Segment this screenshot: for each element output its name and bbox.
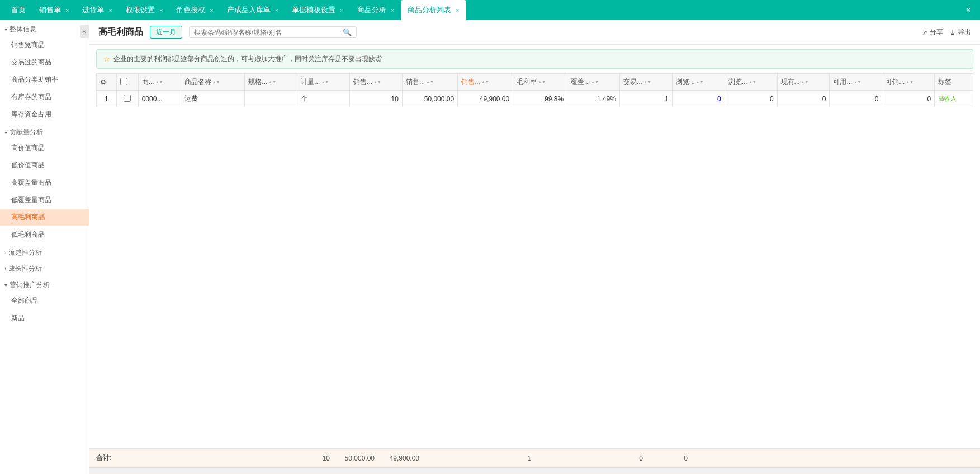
nav-product-analysis[interactable]: 商品分析 ×	[351, 0, 401, 20]
footer-browse1	[537, 454, 570, 462]
sidebar-item-low-coverage[interactable]: 低覆盖量商品	[0, 191, 89, 209]
group-arrow-trend: ›	[4, 250, 6, 256]
footer-transaction: 1	[492, 454, 537, 462]
footer-current: 0	[604, 454, 648, 462]
close-template-settings[interactable]: ×	[340, 7, 343, 13]
content-header: 高毛利商品 近一月 🔍 ↗ 分享 ⤓ 导出	[89, 20, 980, 45]
col-browse2[interactable]: 浏览...▲▼	[725, 74, 777, 91]
export-icon: ⤓	[950, 29, 955, 36]
sidebar-group-overall[interactable]: ▾ 整体信息	[0, 20, 89, 36]
share-button[interactable]: ↗ 分享	[922, 27, 943, 37]
cell-checkbox[interactable]	[116, 91, 138, 107]
nav-product-inbound[interactable]: 产成品入库单 ×	[220, 0, 285, 20]
nav-template-settings[interactable]: 单据模板设置 ×	[285, 0, 350, 20]
search-icon[interactable]: 🔍	[343, 28, 352, 36]
export-button[interactable]: ⤓ 导出	[950, 27, 971, 37]
close-purchase-order[interactable]: ×	[108, 7, 112, 13]
col-checkbox[interactable]	[116, 74, 138, 91]
cell-saleable: 0	[882, 91, 935, 107]
sidebar-item-low-value[interactable]: 低价值商品	[0, 157, 89, 174]
col-name[interactable]: 商品名称▲▼	[181, 74, 245, 91]
footer-sales-amount: 50,000.00	[335, 454, 380, 462]
search-input[interactable]	[194, 29, 340, 36]
sidebar-group-marketing[interactable]: ▾ 营销推广分析	[0, 276, 89, 292]
horizontal-scrollbar[interactable]	[89, 467, 980, 474]
close-product-analysis[interactable]: ×	[391, 7, 394, 13]
sidebar-item-traded-goods[interactable]: 交易过的商品	[0, 54, 89, 71]
sidebar-group-trend[interactable]: › 流趋性分析	[0, 243, 89, 260]
sidebar-collapse-button[interactable]: «	[80, 25, 89, 38]
tag-label: 高收入	[938, 95, 957, 102]
page-title: 高毛利商品	[98, 26, 143, 38]
content-area: 高毛利商品 近一月 🔍 ↗ 分享 ⤓ 导出 ☆ 企业的主要的利润都是这部分商品创…	[89, 20, 980, 474]
col-current[interactable]: 现有...▲▼	[777, 74, 830, 91]
sidebar-item-new-goods[interactable]: 新品	[0, 309, 89, 327]
close-product-inbound[interactable]: ×	[275, 7, 278, 13]
col-transaction[interactable]: 交易...▲▼	[619, 74, 672, 91]
cell-name: 运费	[181, 91, 245, 107]
sidebar-item-low-margin[interactable]: 低毛利商品	[0, 226, 89, 243]
col-coverage[interactable]: 覆盖...▲▼	[567, 74, 620, 91]
cell-coverage: 1.49%	[567, 91, 620, 107]
search-box: 🔍	[189, 26, 357, 38]
table-header-row: ⚙ 商...▲▼ 商品名称▲▼ 规格...▲▼ 计量...▲▼ 销售...▲▼ …	[97, 74, 973, 91]
col-sales-cost[interactable]: 销售...▲▼	[458, 74, 513, 91]
share-icon: ↗	[922, 29, 927, 36]
sidebar-item-high-margin[interactable]: 高毛利商品	[0, 209, 89, 226]
footer-sales-cost: 49,900.00	[380, 454, 425, 462]
sidebar-group-growth[interactable]: › 成长性分析	[0, 260, 89, 276]
col-unit[interactable]: 计量...▲▼	[297, 74, 350, 91]
sidebar-group-contribution[interactable]: ▾ 贡献量分析	[0, 123, 89, 139]
cell-tag: 高收入	[935, 91, 973, 107]
sidebar-item-sales-overview[interactable]: 销售览商品	[0, 36, 89, 54]
select-all-checkbox[interactable]	[120, 78, 127, 85]
col-sales-amount[interactable]: 销售...▲▼	[402, 74, 457, 91]
col-settings[interactable]: ⚙	[97, 74, 117, 91]
nav-purchase-order[interactable]: 进货单 ×	[75, 0, 119, 20]
info-bar: ☆ 企业的主要的利润都是这部分商品创造的，可考虑加大推广，同时关注库存是不要出现…	[96, 49, 973, 69]
nav-sales-order[interactable]: 销售单 ×	[32, 0, 75, 20]
nav-right-area: ×	[962, 5, 976, 15]
filter-recent-month-button[interactable]: 近一月	[150, 26, 182, 39]
col-available[interactable]: 可用...▲▼	[830, 74, 882, 91]
main-layout: « ▾ 整体信息 销售览商品 交易过的商品 商品分类助销率 有库存的商品 库存资…	[0, 20, 980, 474]
sidebar-item-stock-capital[interactable]: 库存资金占用	[0, 106, 89, 123]
close-permissions[interactable]: ×	[159, 7, 163, 13]
group-arrow-marketing: ▾	[4, 282, 7, 288]
info-icon: ☆	[103, 55, 110, 63]
cell-gross-margin: 99.8%	[513, 91, 567, 107]
close-roles[interactable]: ×	[210, 7, 213, 13]
col-saleable[interactable]: 可销...▲▼	[882, 74, 935, 91]
cell-sales-cost: 49,900.00	[458, 91, 513, 107]
group-arrow-overall: ▾	[4, 26, 7, 32]
nav-home[interactable]: 首页	[4, 0, 32, 20]
cell-sales-amount: 50,000.00	[402, 91, 457, 107]
cell-browse1[interactable]: 0	[672, 91, 725, 107]
sidebar-item-high-value[interactable]: 高价值商品	[0, 139, 89, 157]
sidebar-item-high-coverage[interactable]: 高覆盖量商品	[0, 174, 89, 191]
col-tag[interactable]: 标签	[935, 74, 973, 91]
footer-coverage	[458, 454, 492, 462]
col-browse1[interactable]: 浏览...▲▼	[672, 74, 725, 91]
table-container[interactable]: ⚙ 商...▲▼ 商品名称▲▼ 规格...▲▼ 计量...▲▼ 销售...▲▼ …	[89, 73, 980, 448]
cell-current: 0	[777, 91, 830, 107]
col-code[interactable]: 商...▲▼	[138, 74, 181, 91]
col-gross-margin[interactable]: 毛利率▲▼	[513, 74, 567, 91]
cell-unit: 个	[297, 91, 350, 107]
col-spec[interactable]: 规格...▲▼	[245, 74, 297, 91]
row-checkbox[interactable]	[124, 95, 131, 102]
table-footer: 合计: 10 50,000.00 49,900.00 1 0 0	[89, 448, 980, 467]
sidebar-item-all-goods[interactable]: 全部商品	[0, 292, 89, 309]
nav-product-analysis-list[interactable]: 商品分析列表 ×	[401, 0, 466, 20]
col-sales-qty[interactable]: 销售...▲▼	[350, 74, 403, 91]
nav-roles[interactable]: 角色授权 ×	[169, 0, 220, 20]
table-row: 1 0000... 运费 个 10 50,000.00 49,900.00 99…	[97, 91, 973, 107]
close-sales-order[interactable]: ×	[65, 7, 69, 13]
close-product-analysis-list[interactable]: ×	[456, 7, 459, 13]
sidebar-item-category-rate[interactable]: 商品分类助销率	[0, 71, 89, 88]
footer-available: 0	[648, 454, 693, 462]
nav-permissions[interactable]: 权限设置 ×	[119, 0, 169, 20]
footer-sales-qty-value: 10	[291, 454, 335, 462]
sidebar-item-in-stock[interactable]: 有库存的商品	[0, 88, 89, 106]
close-all-button[interactable]: ×	[962, 5, 976, 15]
